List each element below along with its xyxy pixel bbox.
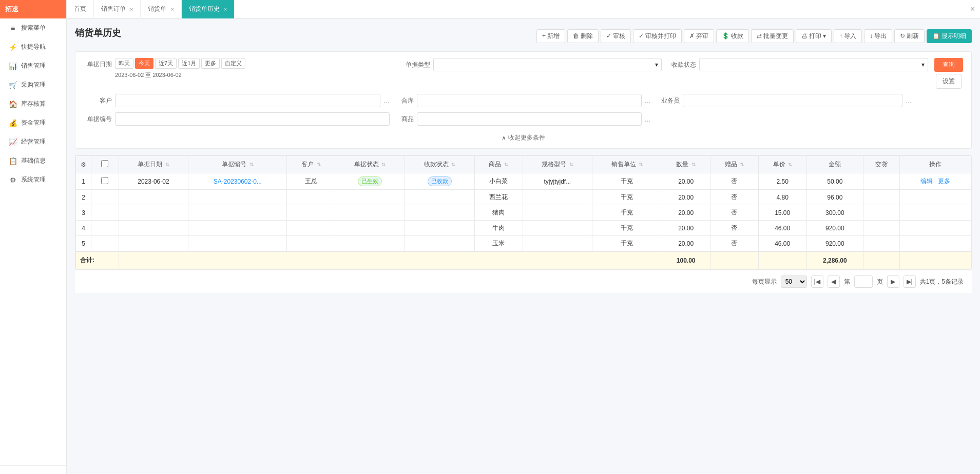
sidebar-item-system-mgmt[interactable]: ⚙ 系统管理 bbox=[0, 170, 66, 189]
sidebar-item-basic-info[interactable]: 📋 基础信息 bbox=[0, 151, 66, 170]
table-row[interactable]: 1 2023-06-02 SA-20230602-0... 王总 已生效 已收款… bbox=[76, 173, 971, 190]
sidebar-item-quick-nav[interactable]: ⚡ 快捷导航 bbox=[0, 37, 66, 56]
page-number-input[interactable]: 1 bbox=[854, 275, 873, 288]
goods-input[interactable] bbox=[417, 112, 642, 126]
sort-gift-icon[interactable]: ⇅ bbox=[740, 162, 744, 167]
sort-quantity-icon[interactable]: ⇅ bbox=[691, 162, 696, 167]
th-goods[interactable]: 商品 ⇅ bbox=[474, 156, 523, 173]
abandon-button[interactable]: ✗ 弃审 bbox=[684, 29, 714, 43]
th-settings[interactable]: ⚙ bbox=[76, 156, 91, 173]
edit-action-button[interactable]: 编辑 bbox=[919, 177, 934, 185]
action-cell[interactable] bbox=[899, 190, 971, 205]
export-button[interactable]: ↓ 导出 bbox=[864, 29, 892, 43]
doc-num-cell[interactable] bbox=[188, 205, 287, 221]
action-cell[interactable] bbox=[899, 236, 971, 252]
th-unit-price[interactable]: 单价 ⇅ bbox=[758, 156, 806, 173]
sort-payment-status-icon[interactable]: ⇅ bbox=[451, 162, 455, 167]
doc-type-select[interactable]: ▾ bbox=[433, 58, 662, 71]
warehouse-input[interactable] bbox=[417, 94, 642, 107]
th-payment-status[interactable]: 收款状态 ⇅ bbox=[405, 156, 475, 173]
sidebar-item-operations[interactable]: 📈 经营管理 bbox=[0, 132, 66, 151]
sidebar-item-search-menu[interactable]: ≡ 搜索菜单 bbox=[0, 18, 66, 37]
add-button[interactable]: + 新增 bbox=[536, 29, 565, 43]
th-doc-date[interactable]: 单据日期 ⇅ bbox=[119, 156, 188, 173]
audit-print-button[interactable]: ✓ 审核并打印 bbox=[633, 29, 682, 43]
sort-sales-unit-icon[interactable]: ⇅ bbox=[639, 162, 643, 167]
th-sales-unit[interactable]: 销售单位 ⇅ bbox=[592, 156, 662, 173]
salesperson-input[interactable] bbox=[683, 94, 902, 107]
table-row[interactable]: 4 牛肉 千克 20.00 否 46.00 920.00 bbox=[76, 221, 971, 236]
sort-goods-icon[interactable]: ⇅ bbox=[504, 162, 508, 167]
per-page-select[interactable]: 50 100 200 bbox=[781, 275, 807, 288]
date-filter-7days[interactable]: 近7天 bbox=[155, 58, 177, 69]
select-all-checkbox[interactable] bbox=[101, 160, 108, 167]
sort-doc-num-icon[interactable]: ⇅ bbox=[249, 162, 254, 167]
prev-page-button[interactable]: ◀ bbox=[828, 275, 840, 288]
date-filter-1month[interactable]: 近1月 bbox=[178, 58, 200, 69]
th-doc-status[interactable]: 单据状态 ⇅ bbox=[335, 156, 405, 173]
first-page-button[interactable]: |◀ bbox=[811, 275, 823, 288]
refresh-button[interactable]: ↻ 刷新 bbox=[894, 29, 925, 43]
doc-num-cell[interactable] bbox=[188, 236, 287, 252]
sidebar-item-sales-mgmt[interactable]: 📊 销售管理 bbox=[0, 56, 66, 75]
tab-close-sales-history[interactable]: × bbox=[224, 6, 227, 12]
next-page-button[interactable]: ▶ bbox=[887, 275, 899, 288]
warehouse-dots[interactable]: ... bbox=[645, 96, 651, 105]
payment-status-select[interactable]: ▾ bbox=[699, 58, 928, 71]
sort-doc-status-icon[interactable]: ⇅ bbox=[381, 162, 386, 167]
batch-change-button[interactable]: ⇄ 批量变更 bbox=[751, 29, 794, 43]
action-cell[interactable] bbox=[899, 205, 971, 221]
show-detail-button[interactable]: 📋 显示明细 bbox=[927, 29, 972, 43]
th-checkbox[interactable] bbox=[91, 156, 119, 173]
action-cell[interactable]: 编辑 更多 bbox=[899, 173, 971, 190]
settings-button[interactable]: 设置 bbox=[936, 74, 962, 89]
goods-dots[interactable]: ... bbox=[645, 115, 651, 123]
action-cell[interactable] bbox=[899, 221, 971, 236]
sidebar-item-finance[interactable]: 💰 资金管理 bbox=[0, 113, 66, 132]
date-filter-more[interactable]: 更多 bbox=[201, 58, 220, 69]
row-checkbox-cell[interactable] bbox=[91, 205, 119, 221]
th-gift[interactable]: 赠品 ⇅ bbox=[710, 156, 758, 173]
sidebar-item-inventory[interactable]: 🏠 库存核算 bbox=[0, 94, 66, 113]
query-button[interactable]: 查询 bbox=[934, 58, 963, 72]
customer-input[interactable] bbox=[115, 94, 380, 107]
delete-button[interactable]: 🗑 删除 bbox=[567, 29, 599, 43]
row-checkbox-cell[interactable] bbox=[91, 236, 119, 252]
sort-unit-price-icon[interactable]: ⇅ bbox=[788, 162, 792, 167]
date-filter-today[interactable]: 今天 bbox=[135, 58, 153, 69]
doc-num-cell[interactable]: SA-20230602-0... bbox=[188, 173, 287, 190]
sort-spec-icon[interactable]: ⇅ bbox=[569, 162, 573, 167]
table-row[interactable]: 5 玉米 千克 20.00 否 46.00 920.00 bbox=[76, 236, 971, 252]
table-row[interactable]: 2 西兰花 千克 20.00 否 4.80 96.00 bbox=[76, 190, 971, 205]
th-spec[interactable]: 规格型号 ⇅ bbox=[523, 156, 592, 173]
doc-num-cell[interactable] bbox=[188, 190, 287, 205]
import-button[interactable]: ↑ 导入 bbox=[834, 29, 862, 43]
date-filter-custom[interactable]: 自定义 bbox=[221, 58, 245, 69]
doc-num-input[interactable] bbox=[115, 112, 390, 126]
sort-doc-date-icon[interactable]: ⇅ bbox=[165, 162, 169, 167]
last-page-button[interactable]: ▶| bbox=[904, 275, 916, 288]
row-checkbox[interactable] bbox=[101, 177, 108, 184]
print-button[interactable]: 🖨 打印 ▾ bbox=[796, 29, 832, 43]
customer-dots[interactable]: ... bbox=[383, 96, 390, 105]
collect-button[interactable]: 💲 收款 bbox=[716, 29, 749, 43]
th-quantity[interactable]: 数量 ⇅ bbox=[662, 156, 710, 173]
close-all-tabs-button[interactable]: × bbox=[965, 5, 980, 14]
tab-sales-delivery[interactable]: 销货单 × bbox=[141, 0, 181, 18]
doc-num-cell[interactable] bbox=[188, 221, 287, 236]
date-filter-yesterday[interactable]: 昨天 bbox=[115, 58, 133, 69]
tab-home[interactable]: 首页 bbox=[67, 0, 94, 18]
table-row[interactable]: 3 猪肉 千克 20.00 否 15.00 300.00 bbox=[76, 205, 971, 221]
sort-customer-icon[interactable]: ⇅ bbox=[317, 162, 321, 167]
tab-close-sales-delivery[interactable]: × bbox=[170, 6, 174, 12]
th-customer[interactable]: 客户 ⇅ bbox=[287, 156, 335, 173]
row-checkbox-cell[interactable] bbox=[91, 190, 119, 205]
tab-close-sales-order[interactable]: × bbox=[130, 6, 133, 12]
sidebar-item-purchase-mgmt[interactable]: 🛒 采购管理 bbox=[0, 75, 66, 94]
tab-sales-history[interactable]: 销货单历史 × bbox=[182, 0, 235, 18]
row-checkbox-cell[interactable] bbox=[91, 173, 119, 190]
salesperson-dots[interactable]: ... bbox=[906, 96, 912, 105]
tab-sales-order[interactable]: 销售订单 × bbox=[94, 0, 141, 18]
audit-button[interactable]: ✓ 审核 bbox=[601, 29, 631, 43]
collapse-button[interactable]: ∧ 收起更多条件 bbox=[84, 129, 963, 142]
